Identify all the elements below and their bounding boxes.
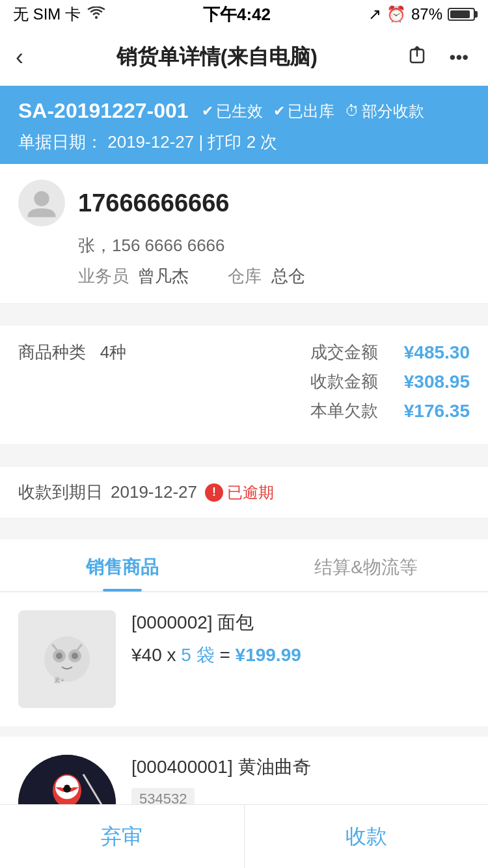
header-banner: SA-20191227-001 ✔ 已生效 ✔ 已出库 ⏱ 部分收款 单据日期：… [0, 86, 488, 164]
owed-amount-value: ¥176.35 [404, 401, 470, 422]
received-amount-value: ¥308.95 [404, 372, 470, 392]
warehouse-value: 总仓 [271, 266, 305, 286]
received-amount-label: 收款金额 [310, 370, 378, 393]
cancel-button[interactable]: 弃审 [0, 805, 245, 868]
clock-icon: ⏱ [345, 103, 359, 120]
divider-1 [0, 304, 488, 314]
divider-2 [0, 445, 488, 455]
svg-point-15 [70, 784, 74, 788]
customer-phone: 17666666666 [78, 189, 229, 217]
product-code-1: [0000002] [131, 612, 213, 632]
date-label: 单据日期： [18, 132, 103, 152]
product-title-1: 面包 [217, 612, 254, 632]
back-button[interactable]: ‹ [9, 37, 30, 77]
customer-meta: 业务员 曾凡杰 仓库 总仓 [18, 265, 470, 288]
product-card-1: 素+ [0000002] 面包 ¥40 x 5 袋 = ¥199.99 [0, 592, 488, 726]
svg-point-6 [56, 653, 62, 659]
product-name-2: [000400001] 黄油曲奇 [131, 755, 470, 780]
battery-fill [450, 10, 470, 18]
tabs-section: 销售商品 结算&物流等 [0, 539, 488, 592]
due-section: 收款到期日 2019-12-27 ! 已逾期 [0, 466, 488, 519]
tab-settlement-label: 结算&物流等 [314, 557, 418, 577]
unit-value-1: 袋 [197, 645, 215, 665]
overdue-text: 已逾期 [227, 482, 274, 503]
check-icon-2: ✔ [273, 103, 285, 120]
deal-amount-label: 成交金额 [310, 341, 378, 364]
received-amount-row: 收款金额 ¥308.95 [310, 370, 470, 393]
print-info: | 打印 2 次 [198, 132, 277, 152]
nav-bar: ‹ 销货单详情(来自电脑) ••• [0, 29, 488, 86]
banner-row1: SA-20191227-001 ✔ 已生效 ✔ 已出库 ⏱ 部分收款 [18, 99, 470, 123]
customer-name: 张，156 6666 6666 [18, 234, 470, 257]
svg-point-2 [34, 191, 49, 206]
salesperson-value: 曾凡杰 [138, 266, 189, 286]
page-title: 销货单详情(来自电脑) [30, 43, 404, 72]
deal-amount-value: ¥485.30 [404, 342, 470, 363]
product-price-1: ¥40 x 5 袋 = ¥199.99 [131, 643, 470, 668]
customer-section: 17666666666 张，156 6666 6666 业务员 曾凡杰 仓库 总… [0, 164, 488, 304]
wifi-icon [87, 5, 105, 23]
total-value-1: ¥199.99 [236, 645, 301, 665]
status-bar: 无 SIM 卡 下午4:42 ↗ ⏰ 87% [0, 0, 488, 29]
status-tag-partial: ⏱ 部分收款 [345, 101, 424, 122]
product-types-item: 商品种类 4种 [18, 341, 126, 364]
stats-section: 商品种类 4种 成交金额 ¥485.30 收款金额 ¥308.95 本单欠款 ¥… [0, 325, 488, 445]
product-code-2: [000400001] [131, 757, 233, 777]
tab-sales[interactable]: 销售商品 [0, 539, 244, 591]
product-title-2: 黄油曲奇 [238, 757, 311, 777]
product-info-1: [0000002] 面包 ¥40 x 5 袋 = ¥199.99 [131, 610, 470, 668]
divider-3 [0, 519, 488, 529]
order-date: 2019-12-27 [107, 132, 194, 152]
qty-value-1: 5 [181, 645, 191, 665]
more-button[interactable]: ••• [446, 43, 472, 72]
tab-settlement[interactable]: 结算&物流等 [244, 539, 488, 591]
order-id: SA-20191227-001 [18, 99, 189, 123]
battery-percent: 87% [411, 5, 442, 23]
deal-amount-row: 成交金额 ¥485.30 [310, 341, 470, 364]
svg-point-7 [72, 653, 78, 659]
status-tags: ✔ 已生效 ✔ 已出库 ⏱ 部分收款 [202, 101, 424, 122]
battery-indicator [448, 8, 475, 21]
owed-amount-label: 本单欠款 [310, 400, 378, 422]
customer-avatar [18, 180, 65, 226]
carrier-text: 无 SIM 卡 [13, 4, 81, 25]
salesperson-label: 业务员 [78, 266, 129, 286]
stats-right: 成交金额 ¥485.30 收款金额 ¥308.95 本单欠款 ¥176.35 [310, 341, 470, 429]
tabs-row: 销售商品 结算&物流等 [0, 539, 488, 591]
confirm-button[interactable]: 收款 [245, 805, 489, 868]
status-tag-active: ✔ 已生效 [202, 101, 263, 122]
share-button[interactable] [404, 40, 433, 74]
svg-text:素+: 素+ [54, 677, 64, 684]
status-tag-shipped: ✔ 已出库 [273, 101, 334, 122]
svg-point-3 [44, 636, 90, 682]
check-icon-1: ✔ [202, 103, 213, 120]
nav-actions: ••• [404, 40, 472, 74]
stats-row: 商品种类 4种 成交金额 ¥485.30 收款金额 ¥308.95 本单欠款 ¥… [18, 341, 470, 429]
tab-sales-label: 销售商品 [86, 557, 159, 577]
price-value-1: ¥40 [131, 645, 162, 665]
stats-left: 商品种类 4种 [18, 341, 126, 366]
product-image-1: 素+ [18, 610, 116, 708]
svg-point-0 [95, 16, 98, 19]
customer-row: 17666666666 [18, 180, 470, 226]
status-right: ↗ ⏰ 87% [368, 5, 475, 23]
alarm-icon: ⏰ [386, 5, 406, 23]
overdue-icon: ! [205, 483, 223, 502]
banner-date-row: 单据日期： 2019-12-27 | 打印 2 次 [18, 131, 470, 154]
overdue-badge: ! 已逾期 [205, 482, 274, 503]
due-date: 2019-12-27 [111, 482, 197, 502]
owed-amount-row: 本单欠款 ¥176.35 [310, 400, 470, 422]
status-left: 无 SIM 卡 [13, 4, 105, 25]
salesperson-item: 业务员 曾凡杰 [78, 265, 189, 288]
status-time: 下午4:42 [203, 3, 271, 26]
product-name-1: [0000002] 面包 [131, 610, 470, 635]
warehouse-label: 仓库 [228, 266, 262, 286]
bottom-action-bar: 弃审 收款 [0, 804, 488, 868]
svg-point-14 [61, 784, 64, 788]
product-types-value: 4种 [100, 342, 126, 362]
product-types-label: 商品种类 [18, 342, 86, 362]
warehouse-item: 仓库 总仓 [228, 265, 305, 288]
due-label: 收款到期日 [18, 481, 103, 504]
location-icon: ↗ [368, 5, 381, 23]
